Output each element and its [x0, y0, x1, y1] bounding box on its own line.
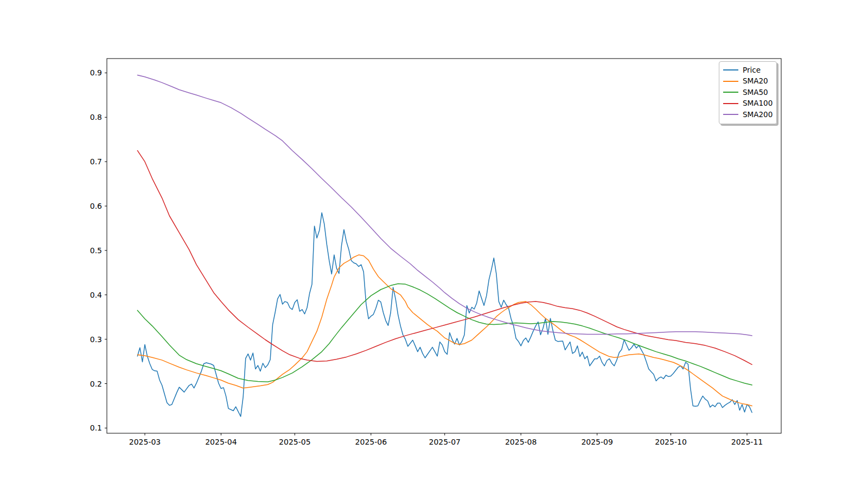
y-tick-label: 0.1 — [90, 423, 102, 432]
x-tick-label: 2025-08 — [505, 438, 537, 446]
legend-line-sample-sma20 — [723, 81, 738, 82]
y-tick-label: 0.9 — [90, 68, 102, 77]
legend-entry-price: Price — [723, 65, 773, 76]
legend-entry-sma100: SMA100 — [723, 98, 773, 110]
y-tick-label: 0.5 — [90, 246, 102, 255]
axes-frame — [107, 59, 781, 433]
legend-label-sma20: SMA20 — [743, 78, 768, 85]
x-tick-label: 2025-10 — [655, 438, 687, 446]
x-tick-label: 2025-07 — [429, 438, 461, 446]
y-tick-label: 0.8 — [90, 113, 102, 121]
chart-legend: PriceSMA20SMA50SMA100SMA200 — [719, 61, 777, 124]
series-line-sma50 — [137, 284, 752, 385]
legend-label-sma200: SMA200 — [743, 111, 773, 119]
series-line-price — [137, 213, 752, 416]
legend-entry-sma50: SMA50 — [723, 87, 773, 98]
chart-figure: 2025-032025-042025-052025-062025-072025-… — [0, 0, 868, 488]
x-tick-label: 2025-03 — [129, 438, 161, 446]
x-tick-label: 2025-09 — [581, 438, 613, 446]
series-line-sma200 — [137, 75, 752, 336]
x-tick-label: 2025-05 — [279, 438, 311, 446]
y-tick-label: 0.7 — [90, 157, 102, 166]
legend-line-sample-sma100 — [723, 103, 738, 104]
x-tick-label: 2025-04 — [205, 438, 237, 446]
y-tick-label: 0.2 — [90, 380, 102, 388]
legend-entry-sma200: SMA200 — [723, 109, 773, 120]
legend-label-sma50: SMA50 — [743, 89, 768, 97]
legend-line-sample-sma200 — [723, 114, 738, 115]
y-tick-label: 0.3 — [90, 335, 102, 344]
legend-label-sma100: SMA100 — [743, 100, 773, 107]
legend-entry-sma20: SMA20 — [723, 76, 773, 87]
series-line-sma20 — [137, 255, 752, 406]
legend-label-price: Price — [743, 67, 761, 74]
legend-line-sample-sma50 — [723, 92, 738, 93]
x-tick-label: 2025-11 — [731, 438, 763, 446]
x-tick-label: 2025-06 — [355, 438, 387, 446]
y-tick-label: 0.4 — [90, 291, 102, 299]
y-tick-label: 0.6 — [90, 202, 102, 210]
legend-line-sample-price — [723, 69, 738, 70]
